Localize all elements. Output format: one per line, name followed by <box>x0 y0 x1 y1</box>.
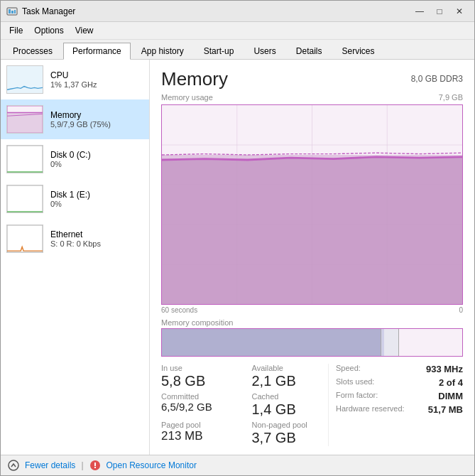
form-value: DIMM <box>438 391 463 401</box>
window-title: Task Manager <box>22 6 75 16</box>
memory-thumbnail <box>6 105 43 134</box>
disk0-mini-chart <box>7 146 43 173</box>
main-title: Memory <box>161 68 228 90</box>
open-resource-monitor-link[interactable]: Open Resource Monitor <box>107 460 197 470</box>
svg-rect-8 <box>7 146 43 173</box>
svg-marker-23 <box>162 157 462 304</box>
speed-value: 933 MHz <box>426 364 463 374</box>
sidebar-item-disk0[interactable]: Disk 0 (C:) 0% <box>1 139 149 179</box>
stat-form-row: Form factor: DIMM <box>336 391 463 401</box>
stat-in-use: In use 5,8 GB <box>161 364 238 389</box>
svg-rect-27 <box>94 467 96 468</box>
cpu-thumbnail <box>6 65 43 94</box>
form-label: Form factor: <box>336 391 378 401</box>
maximize-button[interactable]: □ <box>430 4 449 18</box>
title-bar-left: Task Manager <box>6 6 75 17</box>
sidebar-item-memory[interactable]: Memory 5,9/7,9 GB (75%) <box>1 99 149 139</box>
stat-paged-pool: Paged pool 213 MB <box>161 421 238 446</box>
tabs: Processes Performance App history Start-… <box>1 40 474 60</box>
speed-label: Speed: <box>336 364 361 374</box>
tab-details[interactable]: Details <box>287 43 332 59</box>
disk1-thumbnail <box>6 185 43 213</box>
stats-right: Speed: 933 MHz Slots used: 2 of 4 Form f… <box>328 364 463 446</box>
non-paged-label: Non-paged pool <box>252 421 329 429</box>
menu-file[interactable]: File <box>4 23 28 38</box>
time-start: 60 seconds <box>161 306 197 314</box>
ethernet-label: Ethernet <box>50 229 143 239</box>
tab-services[interactable]: Services <box>332 43 383 59</box>
tab-startup[interactable]: Start-up <box>195 43 244 59</box>
footer-separator: | <box>81 460 83 470</box>
available-label: Available <box>252 364 329 372</box>
disk0-thumbnail <box>6 145 43 173</box>
task-manager-window: Task Manager — □ ✕ File Options View Pro… <box>0 0 475 476</box>
disk1-mini-chart <box>7 185 43 212</box>
disk0-info: Disk 0 (C:) 0% <box>50 150 143 168</box>
app-icon <box>6 6 18 17</box>
composition-bar <box>161 328 463 357</box>
stat-committed: Committed 6,5/9,2 GB <box>161 392 238 418</box>
memory-value: 5,9/7,9 GB (75%) <box>50 120 143 129</box>
stat-available: Available 2,1 GB <box>252 364 329 389</box>
tab-performance[interactable]: Performance <box>63 43 131 60</box>
disk1-value: 0% <box>50 200 143 208</box>
disk0-value: 0% <box>50 160 143 168</box>
tab-app-history[interactable]: App history <box>132 43 193 59</box>
stats-container: In use 5,8 GB Available 2,1 GB Committed… <box>161 364 463 446</box>
svg-rect-2 <box>11 11 13 13</box>
tab-processes[interactable]: Processes <box>4 43 62 59</box>
sidebar-item-ethernet[interactable]: Ethernet S: 0 R: 0 Kbps <box>1 219 149 259</box>
time-end: 0 <box>459 306 463 314</box>
usage-label: Memory usage <box>161 93 213 102</box>
sidebar-item-cpu[interactable]: CPU 1% 1,37 GHz <box>1 60 149 99</box>
footer: Fewer details | Open Resource Monitor <box>1 455 474 475</box>
svg-rect-10 <box>7 185 43 212</box>
tab-users[interactable]: Users <box>244 43 285 59</box>
composition-label: Memory composition <box>161 318 463 327</box>
cached-label: Cached <box>252 392 329 401</box>
paged-pool-value: 213 MB <box>161 429 238 443</box>
non-paged-value: 3,7 GB <box>252 429 329 446</box>
ethernet-thumbnail <box>6 225 43 253</box>
svg-rect-1 <box>9 9 11 13</box>
disk1-info: Disk 1 (E:) 0% <box>50 190 143 208</box>
in-use-label: In use <box>161 364 238 372</box>
main-header: Memory 8,0 GB DDR3 <box>161 68 463 90</box>
memory-chart-svg <box>162 105 462 304</box>
available-value: 2,1 GB <box>252 372 329 389</box>
stat-hw-reserved-row: Hardware reserved: 51,7 MB <box>336 404 463 415</box>
title-controls: — □ ✕ <box>410 4 469 18</box>
comp-in-use <box>162 329 381 356</box>
cached-value: 1,4 GB <box>252 401 329 418</box>
svg-rect-26 <box>94 463 96 466</box>
stats-left: In use 5,8 GB Available 2,1 GB Committed… <box>161 364 328 446</box>
menu-view[interactable]: View <box>70 23 99 38</box>
comp-free <box>399 329 462 356</box>
ethernet-value: S: 0 R: 0 Kbps <box>50 239 143 248</box>
fewer-details-link[interactable]: Fewer details <box>25 460 75 470</box>
hw-reserved-value: 51,7 MB <box>428 404 463 415</box>
stat-slots-row: Slots used: 2 of 4 <box>336 377 463 388</box>
ethernet-info: Ethernet S: 0 R: 0 Kbps <box>50 229 143 248</box>
chart-header: Memory usage 7,9 GB <box>161 93 463 103</box>
cpu-label: CPU <box>50 70 143 80</box>
close-button[interactable]: ✕ <box>450 4 469 18</box>
menu-options[interactable]: Options <box>28 23 69 38</box>
sidebar-item-disk1[interactable]: Disk 1 (E:) 0% <box>1 179 149 219</box>
menu-bar: File Options View <box>1 22 474 40</box>
max-label: 7,9 GB <box>439 93 463 102</box>
svg-rect-12 <box>7 225 43 252</box>
main-panel: Memory 8,0 GB DDR3 Memory usage 7,9 GB <box>150 60 474 455</box>
minimize-button[interactable]: — <box>410 4 429 18</box>
stat-non-paged: Non-paged pool 3,7 GB <box>252 421 329 446</box>
svg-point-24 <box>9 460 18 470</box>
in-use-value: 5,8 GB <box>161 372 238 389</box>
memory-label: Memory <box>50 110 143 120</box>
slots-value: 2 of 4 <box>439 377 463 388</box>
chevron-up-icon <box>8 460 19 471</box>
disk0-label: Disk 0 (C:) <box>50 150 143 160</box>
cpu-info: CPU 1% 1,37 GHz <box>50 70 143 89</box>
slots-label: Slots used: <box>336 377 374 388</box>
sidebar: CPU 1% 1,37 GHz <box>1 60 150 455</box>
content-area: CPU 1% 1,37 GHz <box>1 60 474 455</box>
